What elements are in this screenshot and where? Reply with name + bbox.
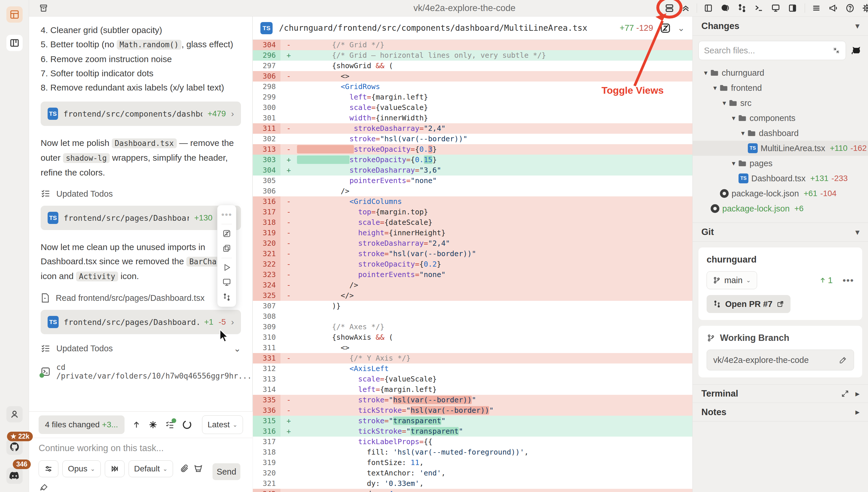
git-compare-icon[interactable] — [736, 2, 748, 14]
notes-section-header[interactable]: Notes ▸ — [693, 403, 868, 421]
collapse-tree-icon[interactable] — [832, 46, 840, 54]
files-changed-pill[interactable]: 4 files changed +3... — [39, 415, 124, 434]
version-dropdown[interactable]: Latest ⌄ — [202, 415, 243, 434]
more-options-icon[interactable]: ••• — [220, 208, 233, 221]
edit-pencil-icon[interactable] — [839, 356, 847, 364]
mode-dropdown[interactable]: Default ⌄ — [128, 460, 173, 477]
tree-item-package-lock-json[interactable]: package-lock.json+6 — [693, 201, 868, 216]
working-branch-name: vk/4e2a-explore-the-code — [713, 355, 809, 365]
tree-item-pages[interactable]: ▾pages — [693, 156, 868, 171]
panel-right-icon[interactable] — [786, 2, 799, 14]
git-section-header[interactable]: Git ▾ — [693, 222, 868, 242]
code-text: textAnchor: 'end', — [297, 468, 693, 478]
tree-item-churnguard[interactable]: ▾churnguard — [693, 65, 868, 80]
discord-button[interactable] — [6, 468, 23, 484]
terminal-section-header[interactable]: Terminal ▸ — [693, 385, 868, 403]
attach-icon[interactable] — [180, 464, 189, 473]
todos-icon[interactable] — [165, 420, 174, 429]
chevron-down-icon[interactable]: ⌄ — [678, 23, 685, 33]
diff-mode-icon[interactable] — [660, 22, 671, 34]
skip-forward-button[interactable] — [105, 460, 124, 477]
model-label: Opus — [68, 464, 87, 473]
line-number: 308 — [253, 311, 280, 322]
settings-gear-icon[interactable] — [861, 2, 868, 14]
message-input[interactable]: Continue working on this task... — [39, 443, 164, 453]
diff-sign — [280, 343, 297, 353]
chevron-down-icon[interactable]: ⌄ — [234, 343, 241, 353]
caret-right-icon[interactable]: ▸ — [855, 389, 859, 398]
commits-ahead[interactable]: 1 — [819, 275, 833, 285]
git-title: Git — [701, 227, 714, 237]
send-button[interactable]: Send — [212, 463, 240, 480]
git-compare-icon[interactable] — [220, 291, 233, 304]
file-chip-path: frontend/src/pages/Dashboard.tsx — [64, 318, 199, 327]
tree-item-package-lock-json[interactable]: package-lock.json+61-104 — [693, 186, 868, 201]
tree-item-dashboard-tsx[interactable]: TSDashboard.tsx+131-233 — [693, 171, 868, 186]
tree-item-dashboard[interactable]: ▾dashboard — [693, 126, 868, 141]
mode-label: Default — [134, 464, 160, 473]
working-branch-input[interactable]: vk/4e2a-explore-the-code — [707, 349, 854, 370]
tree-item-src[interactable]: ▾src — [693, 95, 868, 110]
open-pr-button[interactable]: Open PR #7 — [707, 295, 791, 313]
line-number: 319 — [253, 458, 280, 468]
edit-diff-icon[interactable] — [220, 227, 233, 240]
menu-icon[interactable] — [810, 2, 823, 14]
file-change-chip[interactable]: TS frontend/src/pages/Dashboar... +130 -… — [41, 206, 241, 230]
running-status-dot — [40, 373, 44, 378]
highlighter-icon[interactable] — [39, 483, 49, 492]
github-icon — [9, 442, 20, 452]
more-options-icon[interactable]: ••• — [842, 275, 854, 286]
changes-title: Changes — [701, 21, 740, 31]
additions-count: +110 — [830, 144, 847, 153]
diff-sign: - — [280, 489, 297, 492]
read-file-row[interactable]: Read frontend/src/pages/Dashboard.tsx — [41, 293, 241, 303]
tree-item-name: package-lock.json — [731, 189, 799, 198]
terminal-command-row[interactable]: cd /private/var/folders/10/h7w0q46556ggr… — [41, 363, 241, 380]
caret-down-icon: ▾ — [729, 159, 738, 167]
repo-name: churnguard — [707, 254, 854, 265]
changes-section-header[interactable]: Changes ▾ — [693, 17, 868, 36]
monitor-icon[interactable] — [220, 276, 233, 289]
tree-item-multilinearea-tsx[interactable]: TSMultiLineArea.tsx+110-162 — [693, 141, 868, 156]
updated-todos-row[interactable]: Updated Todos ⌄ — [41, 343, 241, 353]
help-icon[interactable] — [844, 2, 857, 14]
file-change-chip[interactable]: TS frontend/src/pages/Dashboard.tsx +1 -… — [41, 310, 241, 334]
diff-line: 304+ strokeDasharray="3,6" — [253, 165, 693, 175]
terminal-icon[interactable] — [752, 2, 765, 14]
search-files-input[interactable]: Search files... — [699, 41, 846, 60]
copy-icon[interactable] — [220, 242, 233, 255]
chevron-down-icon: ⌄ — [746, 277, 751, 284]
typescript-file-icon: TS — [48, 107, 58, 120]
scroll-up-icon[interactable] — [132, 420, 141, 429]
cat-icon[interactable] — [193, 464, 203, 473]
tree-item-frontend[interactable]: ▾frontend — [693, 80, 868, 95]
board-tab-button[interactable] — [6, 35, 23, 51]
monitor-icon[interactable] — [769, 2, 782, 14]
code-text: <> — [297, 71, 693, 81]
code-text: scale={dateScale} — [297, 217, 693, 228]
spark-icon[interactable] — [148, 420, 158, 429]
account-button[interactable] — [6, 406, 23, 422]
caret-right-icon[interactable]: ▸ — [855, 408, 859, 417]
typescript-file-icon: TS — [260, 22, 273, 34]
expand-icon[interactable] — [841, 390, 849, 398]
archive-icon[interactable] — [37, 2, 50, 14]
cat-icon[interactable] — [850, 45, 862, 56]
toggle-views-button[interactable] — [663, 2, 676, 14]
branch-dropdown[interactable]: main ⌄ — [707, 271, 757, 289]
tree-item-components[interactable]: ▾components — [693, 110, 868, 126]
caret-down-icon: ▾ — [729, 114, 738, 122]
collapse-all-icon[interactable] — [679, 2, 692, 14]
file-change-chip[interactable]: TS frontend/src/components/dashboa... +4… — [41, 101, 241, 126]
composer-settings-button[interactable] — [39, 460, 58, 477]
deletions-count: -162 — [850, 144, 867, 153]
chat-bubble-icon[interactable] — [719, 2, 731, 14]
updated-todos-row[interactable]: Updated Todos — [41, 189, 241, 199]
diff-line: 296+ {/* Grid — horizontal lines only, v… — [253, 50, 693, 60]
megaphone-icon[interactable] — [827, 2, 840, 14]
model-dropdown[interactable]: Opus ⌄ — [63, 460, 101, 477]
play-icon[interactable] — [220, 261, 233, 274]
chevron-down-icon: ⌄ — [163, 465, 167, 472]
layout-tab-button[interactable] — [6, 6, 23, 23]
panel-left-icon[interactable] — [702, 2, 715, 14]
